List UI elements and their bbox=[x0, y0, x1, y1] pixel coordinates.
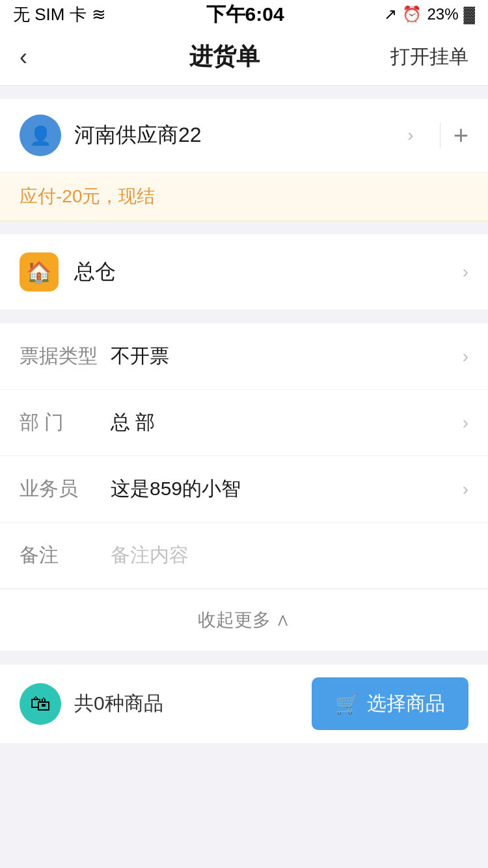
vertical-divider bbox=[440, 122, 441, 148]
salesperson-value: 这是859的小智 bbox=[111, 476, 463, 502]
remark-value: 备注内容 bbox=[111, 542, 468, 569]
supplier-chevron: › bbox=[407, 125, 413, 146]
fields-section: 票据类型 不开票 › 部 门 总 部 › 业务员 这是859的小智 › 备注 备… bbox=[0, 323, 488, 651]
add-supplier-button[interactable]: + bbox=[454, 122, 468, 148]
notice-banner: 应付-20元，现结 bbox=[0, 172, 488, 221]
gap-3 bbox=[0, 310, 488, 323]
battery-icon: ▓ bbox=[463, 5, 475, 23]
gap-1 bbox=[0, 86, 488, 99]
product-icon-wrap: 🛍 bbox=[20, 683, 61, 725]
supplier-row[interactable]: 👤 河南供应商22 › + bbox=[0, 99, 488, 172]
open-pending-button[interactable]: 打开挂单 bbox=[390, 44, 468, 70]
notice-text: 应付-20元，现结 bbox=[20, 186, 155, 206]
page-title: 进货单 bbox=[189, 41, 260, 73]
select-product-label: 选择商品 bbox=[367, 690, 445, 717]
background-rest bbox=[0, 743, 488, 868]
collapse-button[interactable]: 收起更多 ∧ bbox=[0, 589, 488, 651]
status-time: 下午6:04 bbox=[206, 1, 284, 28]
alarm-icon: ⏰ bbox=[402, 5, 422, 23]
wifi-icon: ≋ bbox=[92, 5, 106, 25]
status-bar: 无 SIM 卡 ≋ 下午6:04 ↗ ⏰ 23% ▓ bbox=[0, 0, 488, 29]
carrier-text: 无 SIM 卡 bbox=[13, 3, 87, 26]
department-chevron: › bbox=[463, 413, 468, 433]
invoice-type-value: 不开票 bbox=[111, 343, 463, 370]
salesperson-chevron: › bbox=[463, 479, 468, 500]
invoice-type-label: 票据类型 bbox=[20, 343, 111, 370]
invoice-type-row[interactable]: 票据类型 不开票 › bbox=[0, 323, 488, 390]
supplier-avatar: 👤 bbox=[20, 115, 61, 156]
salesperson-row[interactable]: 业务员 这是859的小智 › bbox=[0, 456, 488, 522]
back-button[interactable]: ‹ bbox=[20, 44, 59, 71]
status-carrier: 无 SIM 卡 ≋ bbox=[13, 3, 106, 26]
supplier-section: 👤 河南供应商22 › + 应付-20元，现结 bbox=[0, 99, 488, 221]
warehouse-chevron: › bbox=[463, 262, 468, 282]
supplier-name: 河南供应商22 bbox=[74, 121, 407, 150]
product-bar: 🛍 共0种商品 🛒 选择商品 bbox=[0, 664, 488, 743]
gap-2 bbox=[0, 221, 488, 234]
salesperson-label: 业务员 bbox=[20, 476, 111, 502]
warehouse-section: 🏠 总仓 › bbox=[0, 234, 488, 310]
remark-label: 备注 bbox=[20, 542, 111, 569]
product-icon: 🛍 bbox=[30, 692, 51, 716]
status-right-group: ↗ ⏰ 23% ▓ bbox=[384, 5, 475, 23]
warehouse-icon-wrap: 🏠 bbox=[20, 252, 59, 292]
product-count: 共0种商品 bbox=[74, 690, 312, 717]
department-value: 总 部 bbox=[111, 409, 463, 436]
department-row[interactable]: 部 门 总 部 › bbox=[0, 390, 488, 456]
remark-row[interactable]: 备注 备注内容 bbox=[0, 522, 488, 589]
invoice-type-chevron: › bbox=[463, 346, 468, 367]
location-icon: ↗ bbox=[384, 5, 397, 23]
select-product-icon: 🛒 bbox=[335, 692, 359, 715]
battery-text: 23% bbox=[427, 5, 458, 23]
warehouse-label: 总仓 bbox=[74, 258, 463, 286]
department-label: 部 门 bbox=[20, 409, 111, 436]
select-product-button[interactable]: 🛒 选择商品 bbox=[312, 677, 468, 730]
warehouse-icon: 🏠 bbox=[26, 260, 52, 284]
nav-bar: ‹ 进货单 打开挂单 bbox=[0, 29, 488, 86]
avatar-icon: 👤 bbox=[29, 125, 52, 146]
collapse-label: 收起更多 ∧ bbox=[198, 608, 291, 632]
warehouse-row[interactable]: 🏠 总仓 › bbox=[0, 234, 488, 310]
